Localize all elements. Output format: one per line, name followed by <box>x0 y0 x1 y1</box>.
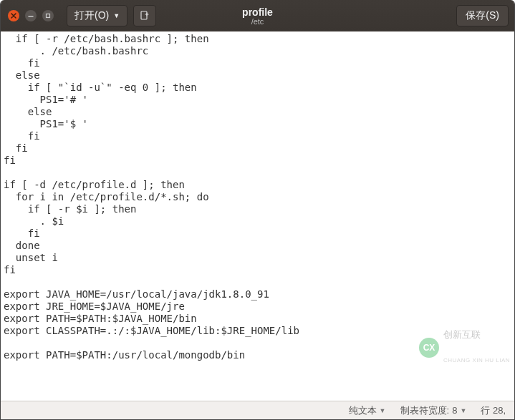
minimize-icon[interactable] <box>25 10 37 21</box>
cursor-position-label: 行 28, <box>481 405 506 416</box>
watermark-sub: CHUANG XIN HU LIAN <box>443 356 510 365</box>
watermark-logo-icon: CX <box>419 338 439 358</box>
status-bar: 纯文本 ▼ 制表符宽度: 8 ▼ 行 28, <box>1 401 514 419</box>
chevron-down-icon: ▼ <box>380 407 386 414</box>
maximize-icon[interactable] <box>42 10 54 21</box>
chevron-down-icon: ▼ <box>113 12 120 19</box>
watermark-main: 创新互联 <box>443 331 510 339</box>
syntax-mode-label: 纯文本 <box>349 404 377 417</box>
svg-rect-1 <box>141 11 147 19</box>
save-button-label: 保存(S) <box>466 9 499 22</box>
cursor-position: 行 28, <box>473 404 514 417</box>
watermark-text: 创新互联 CHUANG XIN HU LIAN <box>443 313 510 382</box>
open-button[interactable]: 打开(O) ▼ <box>67 5 127 26</box>
chevron-down-icon: ▼ <box>460 407 466 414</box>
watermark: CX 创新互联 CHUANG XIN HU LIAN <box>419 313 510 382</box>
text-editor-area[interactable]: if [ -r /etc/bash.bashrc ]; then . /etc/… <box>1 31 514 401</box>
window-controls <box>1 10 54 21</box>
svg-rect-0 <box>47 14 50 18</box>
titlebar: 打开(O) ▼ profile /etc 保存(S) <box>1 0 514 31</box>
tab-width-label: 制表符宽度: <box>400 404 450 417</box>
new-tab-button[interactable] <box>133 5 156 26</box>
tab-width-selector[interactable]: 制表符宽度: 8 ▼ <box>393 404 474 417</box>
close-icon[interactable] <box>8 10 19 21</box>
save-button[interactable]: 保存(S) <box>456 5 509 26</box>
editor-window: 打开(O) ▼ profile /etc 保存(S) if [ -r /etc/… <box>0 0 515 420</box>
new-document-icon <box>139 10 150 21</box>
syntax-mode-selector[interactable]: 纯文本 ▼ <box>342 404 393 417</box>
open-button-label: 打开(O) <box>74 9 109 22</box>
tab-width-value: 8 <box>452 405 457 416</box>
editor-content: if [ -r /etc/bash.bashrc ]; then . /etc/… <box>4 33 299 361</box>
